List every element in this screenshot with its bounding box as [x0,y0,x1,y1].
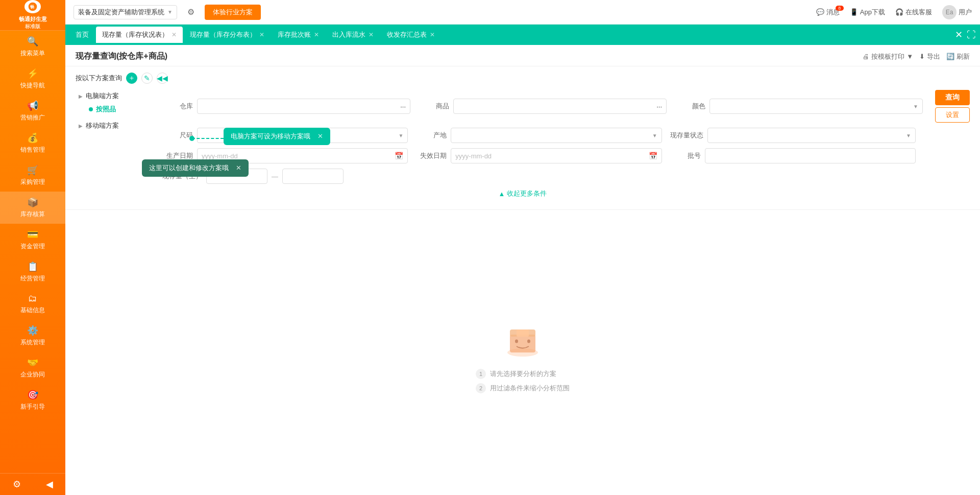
sidebar-item-finance[interactable]: 💳 资金管理 [0,224,65,256]
svg-text:畅: 畅 [30,4,34,9]
sidebar-item-search-menu[interactable]: 🔍 搜索菜单 [0,31,65,63]
notifications-btn[interactable]: 💬 消息 8 [816,8,840,17]
header-settings-btn[interactable]: ⚙ [183,5,199,20]
stock-qty-max[interactable] [282,169,344,184]
sidebar-item-purchase[interactable]: 🛒 采购管理 [0,159,65,192]
tab-receive-summary[interactable]: 收发存汇总表 ✕ [381,27,441,43]
set-btn[interactable]: 设置 [935,107,970,123]
sidebar-item-enterprise[interactable]: 🤝 企业协同 [0,352,65,384]
svg-point-7 [527,340,530,343]
print-btn[interactable]: 🖨 按模板打印 ▼ [863,52,913,61]
tab-bar-right: ✕ ⛶ [955,29,976,40]
sidebar-item-label: 资金管理 [20,242,45,251]
desktop-scheme-node[interactable]: ▶ 电脑端方案 [76,90,152,102]
origin-select[interactable]: ▼ [451,128,662,143]
industry-btn[interactable]: 体验行业方案 [205,5,261,20]
sidebar-item-label: 采购管理 [20,178,45,186]
page-actions: 🖨 按模板打印 ▼ ⬇ 导出 🔄 刷新 [863,52,970,61]
tab-inventory-dist[interactable]: 现存量（库存分布表） ✕ [184,27,271,43]
svg-rect-5 [517,329,529,337]
expire-date-input[interactable]: yyyy-mm-dd 📅 [451,148,662,163]
sidebar-item-label: 快捷导航 [20,81,45,90]
tab-close-batch-accounts[interactable]: ✕ [314,31,319,38]
stock-status-select[interactable]: ▼ [707,128,916,143]
close-all-tabs-btn[interactable]: ✕ [955,29,963,40]
tooltip-create-close[interactable]: ✕ [236,164,241,172]
filter-field-color: 颜色 ▼ [675,99,923,114]
tab-close-inventory-status[interactable]: ✕ [172,31,177,38]
filter-field-stock-status: 现存量状态 ▼ [670,128,916,143]
product-select[interactable]: ··· [453,99,667,114]
mobile-scheme-node[interactable]: ▶ 移动端方案 [76,120,152,132]
headset-icon: 🎧 [895,8,903,16]
app-selector[interactable]: 装备及固定资产辅助管理系统 ▼ [74,5,177,19]
phone-icon: 📱 [850,8,858,16]
filter-row-3: 生产日期 yyyy-mm-dd 📅 失效日期 yyyy-mm-dd 📅 [162,148,970,163]
color-select[interactable]: ▼ [709,99,923,114]
tooltip-create-scheme: 这里可以创建和修改方案哦 ✕ [142,159,249,177]
desktop-sub-node[interactable]: 按照品 [86,103,152,115]
tab-close-receive-summary[interactable]: ✕ [430,31,435,38]
sidebar-item-sales[interactable]: 💰 销售管理 [0,127,65,159]
sidebar-item-basic[interactable]: 🗂 基础信息 [0,288,65,320]
header-right: 💬 消息 8 📱 App下载 🎧 在线客服 Ea 用户 [816,5,972,19]
sidebar-item-quick-nav[interactable]: ⚡ 快捷导航 [0,63,65,95]
svg-point-6 [515,340,518,343]
warehouse-select[interactable]: ··· [197,99,410,114]
top-header: 装备及固定资产辅助管理系统 ▼ ⚙ 体验行业方案 💬 消息 8 📱 App下载 … [65,0,980,25]
sidebar-settings-btn[interactable]: ⚙ [13,479,21,490]
app-subtitle: 标准版 [25,23,40,30]
sales-icon: 💰 [27,132,38,144]
tab-home[interactable]: 首页 [69,27,95,43]
purchase-icon: 🛒 [27,164,38,176]
app-download-btn[interactable]: 📱 App下载 [850,8,885,17]
app-selector-chevron: ▼ [167,9,173,15]
print-icon: 🖨 [863,53,869,60]
stock-status-chevron: ▼ [906,133,911,138]
logo-icon: 畅 [24,0,41,13]
add-scheme-btn[interactable]: ＋ [126,73,137,84]
sidebar-item-inventory[interactable]: 📦 库存核算 [0,192,65,224]
origin-chevron: ▼ [652,133,657,138]
collapse-btn[interactable]: ▲ 收起更多条件 [76,184,970,203]
app-selector-label: 装备及固定资产辅助管理系统 [78,8,164,17]
tab-close-in-out-flow[interactable]: ✕ [369,31,374,38]
tab-in-out-flow[interactable]: 出入库流水 ✕ [326,27,380,43]
operations-icon: 📋 [27,261,38,272]
online-support-btn[interactable]: 🎧 在线客服 [895,8,932,17]
main-area: 装备及固定资产辅助管理系统 ▼ ⚙ 体验行业方案 💬 消息 8 📱 App下载 … [65,0,980,495]
user-menu[interactable]: Ea 用户 [942,5,972,19]
tab-batch-accounts[interactable]: 库存批次账 ✕ [272,27,325,43]
marketing-icon: 📢 [27,100,38,111]
sidebar-collapse-btn[interactable]: ◀ [46,479,53,490]
inventory-icon: 📦 [27,197,38,208]
sidebar-item-operations[interactable]: 📋 经营管理 [0,256,65,288]
batch-input[interactable] [705,148,916,163]
query-btn[interactable]: 查询 [935,90,970,105]
export-btn[interactable]: ⬇ 导出 [919,52,940,61]
sidebar-item-label: 经营管理 [20,274,45,283]
export-icon: ⬇ [919,53,925,60]
refresh-btn[interactable]: 🔄 刷新 [946,52,970,61]
system-icon: ⚙️ [27,325,38,336]
sidebar-item-marketing[interactable]: 📢 营销推广 [0,95,65,127]
tab-bar: 首页 现存量（库存状况表） ✕ 现存量（库存分布表） ✕ 库存批次账 ✕ 出入库… [65,25,980,45]
filter-row-4: 现存量（主） — [162,169,970,184]
sidebar-item-system[interactable]: ⚙️ 系统管理 [0,320,65,352]
newbie-icon: 🎯 [27,389,38,400]
empty-step-1: 1 请先选择要分析的方案 [476,369,570,379]
refresh-icon: 🔄 [946,53,954,60]
sidebar-item-newbie[interactable]: 🎯 新手引导 [0,384,65,416]
app-name: 畅通好生意 [19,15,47,23]
finance-icon: 💳 [27,229,38,240]
fullscreen-btn[interactable]: ⛶ [967,30,976,40]
sidebar-bottom: ⚙ ◀ [0,473,65,495]
tab-close-inventory-dist[interactable]: ✕ [259,31,264,38]
quick-nav-icon: ⚡ [27,68,38,79]
tooltip-desktop-close[interactable]: ✕ [317,132,323,140]
back-scheme-btn[interactable]: ◀◀ [157,73,168,84]
tab-inventory-status[interactable]: 现存量（库存状况表） ✕ [96,27,183,43]
filter-header: 按以下方案查询 ＋ ✎ ◀◀ [76,73,970,84]
color-chevron: ▼ [913,104,918,109]
edit-scheme-btn[interactable]: ✎ [141,73,153,84]
